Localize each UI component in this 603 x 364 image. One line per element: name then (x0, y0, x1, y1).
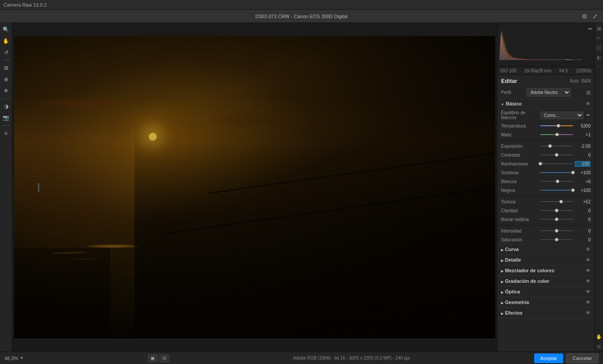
sidebar-dots-icon[interactable]: ⋯ (595, 64, 603, 71)
toolbar-separator-2 (2, 98, 10, 99)
zoom-value: 48,3% (4, 356, 18, 361)
section-detail-title: Detalle (501, 257, 521, 263)
profile-select[interactable]: Adobe Neutro Adobe Color Adobe Landscape… (527, 88, 571, 97)
dialog-buttons: Aceptar Cancelar (534, 353, 599, 363)
section-basic-header[interactable]: Básico 👁 (497, 99, 594, 109)
snapshot-tool[interactable]: 📷 (1, 113, 11, 123)
borrar-slider[interactable] (540, 216, 573, 222)
section-geometry-header[interactable]: Geometría 👁 (497, 297, 594, 308)
intensidad-value: 0 (575, 229, 591, 233)
section-optics-title: Óptica (501, 289, 520, 294)
hand-tool[interactable]: ✋ (1, 36, 11, 46)
exposicion-value: -2.00 (575, 144, 591, 149)
iluminaciones-label: Iluminaciones (501, 161, 539, 166)
textura-slider[interactable] (540, 199, 573, 205)
borrar-label: Borrar neblina (501, 217, 539, 222)
preferences-tool[interactable]: ≡ (1, 128, 11, 138)
title-bar: D302-072.CRW - Canon EOS 300D Digital ⚙ … (0, 10, 603, 23)
compare-view-button[interactable]: ⊟ (159, 354, 169, 362)
photo-background (14, 36, 495, 338)
expand-icon[interactable]: ⤢ (592, 13, 599, 20)
section-effects-header[interactable]: Efectos 👁 (497, 308, 594, 318)
section-effects-title: Efectos (501, 310, 523, 315)
basic-visibility-icon[interactable]: 👁 (586, 101, 591, 106)
claridad-slider[interactable] (540, 207, 573, 214)
effects-visibility-icon[interactable]: 👁 (586, 310, 591, 315)
white-balance-row: Equilibrio de blancos Como... ✒ (497, 109, 594, 121)
temperatura-slider[interactable] (540, 123, 573, 129)
section-geometry-title: Geometría (501, 300, 529, 305)
blancos-label: Blancos (501, 179, 539, 184)
section-color-mixer-header[interactable]: Mezclador de colores 👁 (497, 266, 594, 276)
negros-row: Negros +100 (497, 186, 594, 195)
right-sidebar: ▦ ✏ ⊡ ◐ ⋯ ✋ ⊞ (594, 23, 603, 352)
histogram-area: ☁ (497, 23, 594, 67)
negros-value: +100 (575, 188, 591, 193)
section-basic: Básico 👁 Equilibrio de blancos Como... ✒… (497, 99, 594, 244)
crop-tool[interactable]: ⊞ (1, 63, 11, 73)
rotate-tool[interactable]: ↺ (1, 48, 11, 57)
color-info: Adobe RGB (1998) · bit 16 - 3005 x 2003 … (293, 356, 410, 360)
blancos-slider[interactable] (540, 178, 573, 184)
textura-value: +52 (575, 199, 591, 204)
single-view-button[interactable]: ▣ (148, 354, 158, 362)
section-color-grading-title: Gradación de color (501, 278, 549, 284)
color-mixer-visibility-icon[interactable]: 👁 (586, 268, 591, 273)
section-curve-header[interactable]: Curva 👁 (497, 244, 594, 255)
sidebar-edit-icon[interactable]: ✏ (595, 34, 603, 41)
optics-visibility-icon[interactable]: 👁 (586, 289, 591, 294)
settings-icon[interactable]: ⚙ (581, 13, 588, 20)
camera-info: ISO 100 18-55a28 mm f/4,5 1/2000s (497, 67, 594, 75)
textura-row: Textura +52 (497, 197, 594, 206)
claridad-row: Claridad 0 (497, 206, 594, 215)
profile-grid-button[interactable]: ⊞ (586, 90, 591, 96)
intensidad-label: Intensidad (501, 229, 539, 233)
color-grading-visibility-icon[interactable]: 👁 (586, 278, 591, 284)
blancos-row: Blancos +6 (497, 177, 594, 186)
accept-button[interactable]: Aceptar (534, 353, 563, 363)
claridad-value: 0 (575, 208, 591, 213)
iluminaciones-slider[interactable] (540, 161, 573, 167)
zoom-tool[interactable]: 🔍 (1, 25, 11, 34)
curve-visibility-icon[interactable]: 👁 (586, 247, 591, 252)
mask-tool[interactable]: ◑ (1, 101, 11, 111)
redeye-tool[interactable]: 👁 (1, 86, 11, 96)
sidebar-crop-icon[interactable]: ⊡ (595, 44, 603, 51)
sidebar-grid-icon[interactable]: ⊞ (595, 343, 603, 350)
intensidad-slider[interactable] (540, 228, 573, 234)
exposicion-slider[interactable] (540, 143, 573, 149)
cancel-button[interactable]: Cancelar (566, 353, 599, 363)
sombras-slider[interactable] (540, 169, 573, 176)
temperatura-row: Temperatura 5300 (497, 121, 594, 130)
saturacion-slider[interactable] (540, 236, 573, 243)
detail-visibility-icon[interactable]: 👁 (586, 257, 591, 263)
heal-tool[interactable]: ⊕ (1, 75, 11, 84)
geometry-visibility-icon[interactable]: 👁 (586, 300, 591, 305)
edit-header: Editar Auto B&N (497, 75, 594, 86)
section-optics-header[interactable]: Óptica 👁 (497, 287, 594, 297)
blancos-value: +6 (575, 179, 591, 184)
eyedropper-icon[interactable]: ✒ (586, 112, 591, 118)
app-title: Camera Raw 13.0.2 (4, 2, 47, 8)
main-layout: 🔍 ✋ ↺ ⊞ ⊕ 👁 ◑ 📷 ≡ (0, 23, 603, 352)
edit-header-right: Auto B&N (570, 79, 591, 83)
borrar-value: 0 (575, 217, 591, 222)
section-detail-header[interactable]: Detalle 👁 (497, 255, 594, 265)
contraste-slider[interactable] (540, 152, 573, 158)
exposicion-label: Exposición (501, 144, 539, 149)
section-color-grading-header[interactable]: Gradación de color 👁 (497, 276, 594, 286)
section-basic-title: Básico (501, 101, 522, 106)
negros-slider[interactable] (540, 187, 573, 193)
sidebar-histogram-icon[interactable]: ▦ (595, 25, 603, 32)
balance-select[interactable]: Como... (540, 112, 584, 119)
zoom-control[interactable]: 48,3% ▼ (4, 356, 23, 361)
shutter-value: 1/2000s (576, 68, 592, 73)
sidebar-mask-icon[interactable]: ◐ (595, 54, 603, 61)
auto-button[interactable]: Auto (570, 79, 579, 83)
section-geometry: Geometría 👁 (497, 297, 594, 308)
matiz-slider[interactable] (540, 131, 573, 138)
bottom-bar: 48,3% ▼ ▣ ⊟ Adobe RGB (1998) · bit 16 - … (0, 352, 603, 364)
sidebar-hand-icon[interactable]: ✋ (595, 333, 603, 340)
bn-button[interactable]: B&N (581, 79, 591, 83)
negros-label: Negros (501, 188, 539, 193)
